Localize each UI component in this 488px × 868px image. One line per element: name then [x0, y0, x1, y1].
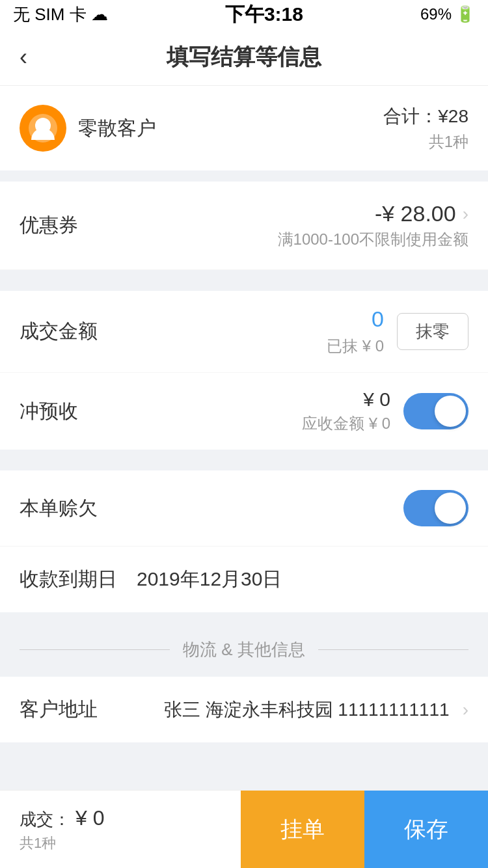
battery-icon: 🔋	[455, 5, 475, 23]
prepay-due: 应收金额 ¥ 0	[302, 413, 390, 434]
customer-left: 零散客户	[20, 105, 156, 152]
prepay-label: 冲预收	[20, 398, 78, 425]
page-title: 填写结算等信息	[167, 42, 321, 72]
customer-row: 零散客户 合计：¥28 共1种	[0, 86, 488, 171]
address-card: 客户地址 张三 海淀永丰科技园 11111111111 ›	[0, 677, 488, 742]
coupon-label: 优惠券	[20, 212, 78, 239]
transaction-label: 成交金额	[20, 318, 98, 345]
total-label: 合计：¥28	[383, 104, 468, 129]
prepay-right: ¥ 0 应收金额 ¥ 0	[302, 388, 468, 434]
prepay-toggle[interactable]	[403, 393, 468, 429]
section-divider-1	[0, 280, 488, 291]
avatar	[20, 105, 66, 152]
customer-right: 合计：¥28 共1种	[383, 104, 468, 152]
logistics-divider: 物流 & 其他信息	[0, 623, 488, 677]
total-count: 共1种	[383, 131, 468, 152]
debit-card: 本单赊欠 收款到期日 2019年12月30日	[0, 470, 488, 612]
due-date-value: 2019年12月30日	[137, 566, 282, 593]
pending-button[interactable]: 挂单	[241, 791, 364, 868]
address-chevron-icon: ›	[463, 699, 468, 720]
transaction-value[interactable]: 0	[372, 306, 384, 332]
already-rounded: 已抹 ¥ 0	[327, 336, 384, 357]
bottom-count: 共1种	[20, 834, 221, 853]
status-right: 69% 🔋	[420, 5, 475, 23]
nav-bar: ‹ 填写结算等信息	[0, 29, 488, 86]
bottom-amount: ¥ 0	[75, 806, 104, 830]
customer-card: 零散客户 合计：¥28 共1种	[0, 86, 488, 171]
address-label: 客户地址	[20, 696, 98, 723]
prepay-amounts: ¥ 0 应收金额 ¥ 0	[302, 388, 390, 434]
due-date-row: 收款到期日 2019年12月30日	[0, 546, 488, 612]
debit-toggle[interactable]	[403, 490, 468, 526]
customer-avatar-icon	[29, 114, 57, 142]
address-value: 张三 海淀永丰科技园 11111111111	[104, 698, 456, 722]
prepay-amount: ¥ 0	[302, 388, 390, 411]
amount-col: 0 已抹 ¥ 0	[327, 306, 384, 357]
transaction-card: 成交金额 0 已抹 ¥ 0 抹零 冲预收 ¥ 0 应收金额 ¥ 0	[0, 291, 488, 450]
debit-label: 本单赊欠	[20, 495, 98, 522]
coupon-right: -¥ 28.00 › 满1000-100不限制使用金额	[278, 201, 468, 250]
sim-status: 无 SIM 卡 ☁	[13, 3, 108, 26]
logistics-label: 物流 & 其他信息	[183, 638, 305, 661]
coupon-description: 满1000-100不限制使用金额	[278, 229, 468, 250]
divider-line-left	[20, 649, 170, 650]
status-time: 下午3:18	[225, 1, 303, 28]
save-button[interactable]: 保存	[364, 791, 488, 868]
chevron-right-icon: ›	[463, 204, 468, 224]
status-left: 无 SIM 卡 ☁	[13, 3, 108, 26]
address-row[interactable]: 客户地址 张三 海淀永丰科技园 11111111111 ›	[0, 677, 488, 742]
status-bar: 无 SIM 卡 ☁ 下午3:18 69% 🔋	[0, 0, 488, 29]
transaction-right: 0 已抹 ¥ 0 抹零	[327, 306, 468, 357]
divider-line-right	[318, 649, 468, 650]
bottom-info: 成交： ¥ 0 共1种	[0, 791, 241, 868]
back-button[interactable]: ‹	[20, 44, 27, 71]
coupon-card: 优惠券 -¥ 28.00 › 满1000-100不限制使用金额	[0, 182, 488, 270]
content: 零散客户 合计：¥28 共1种 优惠券 -¥ 28.00 › 满1000-100…	[0, 86, 488, 868]
bottom-deal-label: 成交：	[20, 808, 70, 831]
customer-name: 零散客户	[78, 115, 156, 142]
debit-row: 本单赊欠	[0, 470, 488, 546]
coupon-row[interactable]: 优惠券 -¥ 28.00 › 满1000-100不限制使用金额	[0, 182, 488, 270]
bottom-bar: 成交： ¥ 0 共1种 挂单 保存	[0, 790, 488, 868]
section-divider-2	[0, 460, 488, 470]
due-date-label: 收款到期日	[20, 566, 117, 593]
prepay-row: 冲预收 ¥ 0 应收金额 ¥ 0	[0, 373, 488, 450]
transaction-amount-row: 成交金额 0 已抹 ¥ 0 抹零	[0, 291, 488, 373]
round-button[interactable]: 抹零	[397, 313, 468, 350]
coupon-discount: -¥ 28.00	[375, 201, 456, 226]
battery-status: 69%	[420, 5, 452, 23]
